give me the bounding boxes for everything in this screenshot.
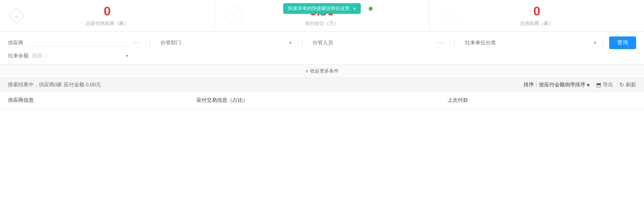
supplier-dots-btn[interactable]: ··· [133, 39, 139, 46]
svg-rect-10 [444, 19, 446, 22]
stat-block-suppliers: ◆ 0 总应付供应商（家） [0, 0, 215, 31]
collapse-label: 收起更多条件 [310, 68, 339, 74]
export-label: 导出 [603, 81, 613, 88]
balance-chevron-icon[interactable]: ▾ [126, 53, 128, 59]
category-chevron-icon[interactable]: ▾ [594, 40, 596, 46]
svg-rect-9 [453, 15, 455, 17]
svg-rect-11 [448, 19, 451, 22]
department-chevron-icon[interactable]: ▾ [289, 40, 292, 46]
stat-number-total: 0 [533, 4, 540, 18]
filter-row-2: 往来余额 选择... ▾ [8, 52, 636, 59]
collapse-chevron-icon: ∧ [305, 69, 309, 74]
table-body [0, 109, 644, 204]
table-col-supplier: 供应商信息 [8, 97, 196, 104]
result-actions: 排序：按应付会额倒序排序 ▾ ⬒ 导出 ↻ 刷新 [524, 81, 636, 88]
sort-label: 排序：按应付会额倒序排序 [524, 81, 585, 88]
table-col-transaction: 应付交易信息（占比） [196, 97, 448, 104]
tooltip-text: 快速录单的快捷键说明在这里 [288, 5, 350, 12]
balance-placeholder: 选择... [32, 52, 126, 59]
department-input[interactable] [184, 40, 286, 46]
sep3: | [453, 39, 455, 47]
refresh-button[interactable]: ↻ 刷新 [619, 81, 636, 88]
balance-label: 往来余额 [8, 52, 29, 59]
result-info: 搜索结果中，供应商0家 应付金额 0.00元 [8, 81, 101, 88]
svg-text:◆: ◆ [15, 14, 19, 19]
table-header: 供应商信息 应付交易信息（占比） 上次付款 [0, 92, 644, 109]
manager-label: 分管人员 [312, 39, 333, 46]
tooltip-bubble: 快速录单的快捷键说明在这里 × [283, 3, 361, 14]
department-label: 分管部门 [160, 39, 181, 46]
stats-bar: ◆ 0 总应付供应商（家） 0.00 应付合计（万） 快速录单的快捷键说明在这里… [0, 0, 644, 32]
sep1: | [149, 39, 151, 47]
svg-rect-8 [448, 15, 451, 17]
sep2: | [301, 39, 303, 47]
building-icon [438, 6, 461, 26]
supplier-input[interactable] [27, 39, 130, 46]
filter-row-1: 供应商 ··· | 分管部门 ▾ | 分管人员 ··· | 往来 [8, 36, 636, 49]
tooltip-dot [369, 7, 373, 11]
search-button[interactable]: 查询 [609, 36, 636, 49]
svg-rect-7 [444, 15, 446, 17]
stat-label-total: 总供应商（家） [520, 20, 553, 27]
filter-bar: 供应商 ··· | 分管部门 ▾ | 分管人员 ··· | 往来 [0, 32, 644, 65]
filter-item-balance: 往来余额 选择... ▾ [8, 52, 135, 59]
manager-dots-btn[interactable]: ··· [437, 39, 444, 46]
refresh-label: 刷新 [626, 81, 636, 88]
sort-chevron-icon: ▾ [587, 82, 590, 88]
tooltip-close-btn[interactable]: × [353, 6, 356, 11]
result-bar: 搜索结果中，供应商0家 应付金额 0.00元 排序：按应付会额倒序排序 ▾ ⬒ … [0, 78, 644, 92]
search-btn-wrapper: 查询 [609, 36, 636, 49]
svg-rect-5 [442, 12, 457, 24]
table-col-last-payment: 上次付款 [448, 97, 636, 104]
svg-rect-6 [446, 8, 453, 12]
filter-item-supplier: 供应商 ··· [8, 39, 146, 46]
diamond-icon: ◆ [8, 7, 25, 25]
sort-dropdown[interactable]: 排序：按应付会额倒序排序 ▾ [524, 81, 590, 88]
filter-item-department: 分管部门 ▾ [154, 39, 298, 46]
filter-item-manager: 分管人员 ··· [306, 39, 450, 46]
svg-point-4 [231, 13, 236, 18]
svg-rect-12 [453, 19, 455, 22]
stat-block-total: 0 总供应商（家） [430, 0, 644, 31]
category-label: 往来单位分类 [465, 39, 496, 46]
collapse-bar[interactable]: ∧ 收起更多条件 [0, 65, 644, 78]
stat-label-suppliers: 总应付供应商（家） [86, 20, 129, 27]
refresh-icon: ↻ [619, 82, 624, 88]
export-icon: ⬒ [596, 82, 601, 88]
stat-block-amount: 0.00 应付合计（万） 快速录单的快捷键说明在这里 × [215, 0, 429, 31]
stat-label-amount: 应付合计（万） [305, 20, 339, 27]
piggy-icon [223, 5, 245, 27]
export-button[interactable]: ⬒ 导出 [596, 81, 613, 88]
supplier-label: 供应商 [8, 39, 23, 46]
category-input[interactable] [499, 40, 591, 46]
stat-number-suppliers: 0 [104, 4, 111, 18]
manager-input[interactable] [336, 40, 434, 46]
filter-item-category: 往来单位分类 ▾ [459, 39, 603, 46]
